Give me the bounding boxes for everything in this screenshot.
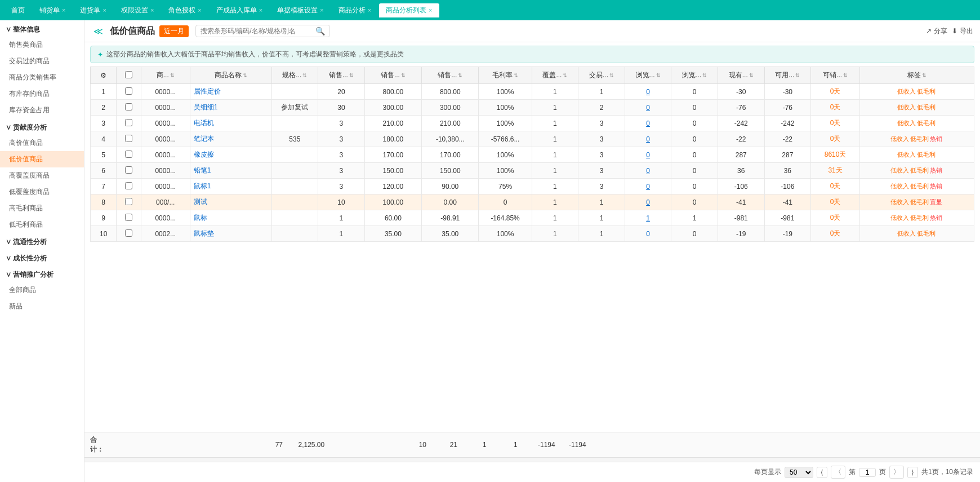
first-page-button[interactable]: ⟨ — [817, 467, 827, 478]
sidebar-item-stock-capital[interactable]: 库存资金占用 — [0, 102, 84, 118]
close-icon[interactable]: × — [150, 7, 154, 14]
td-checkbox[interactable] — [117, 163, 141, 179]
td-browse1[interactable]: 0 — [625, 163, 671, 179]
th-sellable[interactable]: 可销...⇅ — [811, 67, 860, 84]
th-checkbox[interactable] — [117, 67, 141, 84]
sidebar-section-contribution[interactable]: ∨ 贡献度分析 — [0, 118, 84, 135]
period-button[interactable]: 近一月 — [159, 25, 189, 37]
nav-tab-products[interactable]: 产成品入库单 × — [210, 3, 269, 17]
td-name[interactable]: 吴细细1 — [190, 100, 271, 116]
td-browse1[interactable]: 0 — [625, 226, 671, 242]
sidebar-section-overall[interactable]: ∨ 整体信息 — [0, 20, 84, 37]
horizontal-scrollbar[interactable] — [84, 457, 980, 462]
td-checkbox[interactable] — [117, 131, 141, 147]
table-wrapper[interactable]: ⚙ 商...⇅ 商品名称⇅ 规格...⇅ — [84, 67, 980, 432]
th-tags[interactable]: 标签⇅ — [860, 67, 974, 84]
row-checkbox[interactable] — [125, 198, 132, 205]
td-name[interactable]: 橡皮擦 — [190, 147, 271, 163]
sidebar-item-category-sales[interactable]: 商品分类销售率 — [0, 69, 84, 86]
td-checkbox[interactable] — [117, 179, 141, 194]
nav-tab-purchase[interactable]: 进货单 × — [73, 3, 113, 17]
td-browse1[interactable]: 0 — [625, 131, 671, 147]
th-sales-qty[interactable]: 销售...⇅ — [318, 67, 365, 84]
td-checkbox[interactable] — [117, 147, 141, 163]
td-browse1[interactable]: 0 — [625, 194, 671, 210]
th-browse2[interactable]: 浏览...⇅ — [671, 67, 718, 84]
close-icon[interactable]: × — [198, 7, 201, 14]
sidebar-item-sales-goods[interactable]: 销售类商品 — [0, 37, 84, 53]
sidebar-item-low-value[interactable]: 低价值商品 — [0, 151, 84, 167]
search-icon[interactable]: 🔍 — [315, 26, 325, 36]
th-spec[interactable]: 规格...⇅ — [271, 67, 318, 84]
th-coverage[interactable]: 覆盖...⇅ — [532, 67, 578, 84]
sidebar-item-low-margin[interactable]: 低毛利商品 — [0, 216, 84, 233]
td-checkbox[interactable] — [117, 210, 141, 226]
th-code[interactable]: 商...⇅ — [141, 67, 190, 84]
sidebar-item-high-coverage[interactable]: 高覆盖度商品 — [0, 167, 84, 184]
row-checkbox[interactable] — [125, 103, 132, 110]
td-browse1[interactable]: 0 — [625, 116, 671, 131]
td-name[interactable]: 测试 — [190, 194, 271, 210]
sidebar-item-low-coverage[interactable]: 低覆盖度商品 — [0, 184, 84, 200]
close-icon[interactable]: × — [429, 7, 432, 14]
close-icon[interactable]: × — [259, 7, 262, 14]
row-checkbox[interactable] — [125, 166, 132, 174]
td-checkbox[interactable] — [117, 84, 141, 100]
share-button[interactable]: ↗ 分享 — [926, 26, 947, 36]
nav-tab-home[interactable]: 首页 — [5, 3, 32, 17]
close-icon[interactable]: × — [103, 7, 106, 14]
row-checkbox[interactable] — [125, 182, 132, 189]
row-checkbox[interactable] — [125, 135, 132, 142]
nav-tab-analysis[interactable]: 商品分析 × — [332, 3, 378, 17]
td-checkbox[interactable] — [117, 194, 141, 210]
export-button[interactable]: ⬇ 导出 — [952, 26, 973, 36]
close-icon[interactable]: × — [368, 7, 371, 14]
td-browse1[interactable]: 0 — [625, 84, 671, 100]
next-page-button[interactable]: 〉 — [889, 466, 904, 479]
th-browse1[interactable]: 浏览...⇅ — [625, 67, 671, 84]
nav-tab-sales[interactable]: 销货单 × — [33, 3, 72, 17]
td-browse1[interactable]: 0 — [625, 147, 671, 163]
row-checkbox[interactable] — [125, 87, 132, 95]
search-input[interactable] — [201, 27, 313, 35]
nav-tab-roles[interactable]: 角色授权 × — [162, 3, 208, 17]
last-page-button[interactable]: ⟩ — [907, 467, 918, 478]
close-icon[interactable]: × — [62, 7, 65, 14]
td-name[interactable]: 属性定价 — [190, 84, 271, 100]
nav-tab-permissions[interactable]: 权限设置 × — [114, 3, 161, 17]
th-sales-price[interactable]: 销售...⇅ — [364, 67, 421, 84]
row-checkbox[interactable] — [125, 119, 132, 126]
row-checkbox[interactable] — [125, 229, 132, 237]
sidebar-section-flow[interactable]: ∨ 流通性分析 — [0, 233, 84, 249]
td-browse1[interactable]: 0 — [625, 100, 671, 116]
td-name[interactable]: 鼠标1 — [190, 179, 271, 194]
sidebar-item-high-margin[interactable]: 高毛利商品 — [0, 200, 84, 216]
th-trade[interactable]: 交易...⇅ — [578, 67, 625, 84]
row-checkbox[interactable] — [125, 151, 132, 158]
prev-page-button[interactable]: 〈 — [831, 466, 845, 479]
nav-tab-templates[interactable]: 单据模板设置 × — [270, 3, 330, 17]
td-name[interactable]: 鼠标垫 — [190, 226, 271, 242]
th-name[interactable]: 商品名称⇅ — [190, 67, 271, 84]
th-settings[interactable]: ⚙ — [91, 67, 117, 84]
sidebar-section-growth[interactable]: ∨ 成长性分析 — [0, 249, 84, 266]
th-gross-margin[interactable]: 毛利率⇅ — [479, 67, 532, 84]
th-current-stock[interactable]: 现有...⇅ — [718, 67, 764, 84]
th-available[interactable]: 可用...⇅ — [764, 67, 811, 84]
row-checkbox[interactable] — [125, 214, 132, 221]
td-name[interactable]: 电话机 — [190, 116, 271, 131]
settings-icon[interactable]: ⚙ — [100, 72, 106, 79]
page-number-input[interactable] — [859, 468, 876, 477]
td-checkbox[interactable] — [117, 100, 141, 116]
collapse-button[interactable]: ≪ — [91, 26, 105, 37]
td-browse1[interactable]: 1 — [625, 210, 671, 226]
sidebar-item-stock-goods[interactable]: 有库存的商品 — [0, 86, 84, 102]
sidebar-section-marketing[interactable]: ∨ 营销推广分析 — [0, 266, 84, 282]
sidebar-item-new-goods[interactable]: 新品 — [0, 298, 84, 315]
th-sales-amount[interactable]: 销售...⇅ — [422, 67, 479, 84]
td-name[interactable]: 鼠标 — [190, 210, 271, 226]
nav-tab-analysis-list[interactable]: 商品分析列表 × — [379, 3, 439, 17]
sidebar-item-all-goods[interactable]: 全部商品 — [0, 282, 84, 298]
td-browse1[interactable]: 0 — [625, 179, 671, 194]
select-all-checkbox[interactable] — [125, 71, 132, 78]
